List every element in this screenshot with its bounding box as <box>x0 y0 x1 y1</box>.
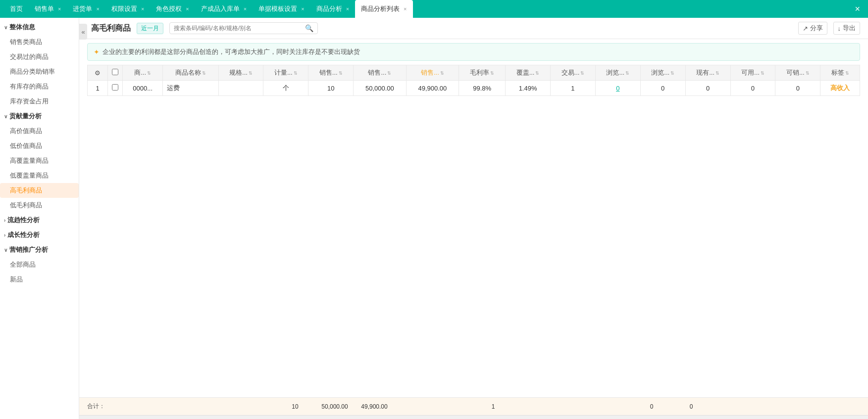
row-coverage: 1.49% <box>506 81 551 96</box>
col-sellable[interactable]: 可销...⇅ <box>775 65 820 81</box>
sidebar-section-marketing[interactable]: ∨ 营销推广分析 <box>0 242 79 257</box>
col-gross-rate[interactable]: 毛利率⇅ <box>459 65 506 81</box>
row-browse1[interactable]: 0 <box>595 81 640 96</box>
search-icon[interactable]: 🔍 <box>305 24 313 32</box>
col-code[interactable]: 商...⇅ <box>123 65 163 81</box>
col-spec[interactable]: 规格...⇅ <box>218 65 263 81</box>
sort-icon: ⇅ <box>761 71 765 76</box>
sort-icon: ⇅ <box>806 71 810 76</box>
sort-icon: ⇅ <box>202 71 206 76</box>
row-select-checkbox[interactable] <box>112 84 118 91</box>
chevron-down-icon: ∨ <box>4 114 7 119</box>
col-coverage[interactable]: 覆盖...⇅ <box>506 65 551 81</box>
col-sales-amt[interactable]: 销售...⇅ <box>354 65 407 81</box>
col-trade[interactable]: 交易...⇅ <box>551 65 596 81</box>
sort-icon: ⇅ <box>845 71 849 76</box>
row-available: 0 <box>730 81 775 96</box>
row-browse2: 0 <box>640 81 685 96</box>
sort-icon: ⇅ <box>249 71 253 76</box>
close-icon[interactable]: × <box>186 6 189 12</box>
sidebar-item-all-goods[interactable]: 全部商品 <box>0 257 79 272</box>
share-icon: ↗ <box>803 25 808 32</box>
footer-trade: 1 <box>473 403 513 410</box>
filter-period-button[interactable]: 近一月 <box>137 23 163 34</box>
sidebar-section-trend[interactable]: › 流趋性分析 <box>0 213 79 228</box>
window-close-button[interactable]: × <box>851 4 864 14</box>
col-sales-profit[interactable]: 销售...⇅ <box>406 65 459 81</box>
close-icon[interactable]: × <box>301 6 304 12</box>
row-checkbox[interactable] <box>108 81 123 96</box>
sidebar-section-overview[interactable]: ∨ 整体信息 <box>0 20 79 35</box>
sidebar-item-stocked-goods[interactable]: 有库存的商品 <box>0 79 79 94</box>
sidebar-section-growth[interactable]: › 成长性分析 <box>0 228 79 242</box>
close-icon[interactable]: × <box>244 6 247 12</box>
sort-icon: ⇅ <box>535 71 539 76</box>
close-icon[interactable]: × <box>141 6 144 12</box>
table-container: ⚙ 商...⇅ 商品名称⇅ 规格...⇅ 计量...⇅ 销售...⇅ 销售...… <box>79 65 868 397</box>
close-icon[interactable]: × <box>404 6 407 12</box>
footer-sellable: 0 <box>671 403 711 410</box>
footer-totals: 10 50,000.00 49,900.00 1 0 0 <box>117 403 860 410</box>
close-icon[interactable]: × <box>58 6 61 12</box>
chevron-down-icon: ∨ <box>4 25 7 30</box>
row-stock: 0 <box>685 81 730 96</box>
table-row: 1 0000... 运费 个 10 50,000.00 49,900.00 99… <box>88 81 860 96</box>
footer-bar: 合计： 10 50,000.00 49,900.00 1 0 0 <box>79 397 868 415</box>
col-stock[interactable]: 现有...⇅ <box>685 65 730 81</box>
footer-sales-amt: 50,000.00 <box>315 403 355 410</box>
chevron-right-icon: › <box>4 233 5 238</box>
nav-tab-roles[interactable]: 角色授权 × <box>150 0 195 18</box>
chevron-down-icon: ∨ <box>4 247 7 253</box>
col-settings[interactable]: ⚙ <box>88 65 108 81</box>
horizontal-scrollbar[interactable] <box>79 415 868 419</box>
sidebar-item-category-rate[interactable]: 商品分类助销率 <box>0 64 79 79</box>
sidebar-item-traded-goods[interactable]: 交易过的商品 <box>0 49 79 64</box>
nav-tab-inbound[interactable]: 产成品入库单 × <box>195 0 253 18</box>
nav-tab-purchase[interactable]: 进货单 × <box>67 0 105 18</box>
close-icon[interactable]: × <box>96 6 99 12</box>
sort-icon: ⇅ <box>294 71 298 76</box>
export-button[interactable]: ↓ 导出 <box>833 22 861 35</box>
sidebar-item-high-value[interactable]: 高价值商品 <box>0 124 79 139</box>
select-all-checkbox[interactable] <box>112 69 118 75</box>
nav-tab-template[interactable]: 单据模板设置 × <box>253 0 310 18</box>
nav-tab-analysis[interactable]: 商品分析 × <box>310 0 355 18</box>
sidebar-item-high-coverage[interactable]: 高覆盖量商品 <box>0 153 79 168</box>
sort-icon: ⇅ <box>440 71 444 76</box>
sort-icon: ⇅ <box>147 71 151 76</box>
sidebar-item-stock-capital[interactable]: 库存资金占用 <box>0 94 79 109</box>
sidebar-item-low-value[interactable]: 低价值商品 <box>0 139 79 153</box>
col-sales-qty[interactable]: 销售...⇅ <box>308 65 354 81</box>
col-checkbox[interactable] <box>108 65 123 81</box>
row-trade: 1 <box>551 81 596 96</box>
close-icon[interactable]: × <box>346 6 349 12</box>
sidebar-item-high-margin[interactable]: 高毛利商品 <box>0 183 79 198</box>
footer-sales-qty: 10 <box>275 403 315 410</box>
sidebar-item-sales-goods[interactable]: 销售类商品 <box>0 35 79 49</box>
nav-tab-sales[interactable]: 销售单 × <box>29 0 67 18</box>
nav-tab-analysis-list[interactable]: 商品分析列表 × <box>355 0 412 18</box>
col-tag[interactable]: 标签⇅ <box>820 65 860 81</box>
row-num: 1 <box>88 81 108 96</box>
info-text: 企业的主要的利润都是这部分商品创造的，可考虑加大推广，同时关注库存是不要出现缺货 <box>102 47 360 56</box>
sidebar-item-low-margin[interactable]: 低毛利商品 <box>0 198 79 213</box>
col-name[interactable]: 商品名称⇅ <box>163 65 218 81</box>
sidebar-collapse-button[interactable]: « <box>79 24 87 40</box>
nav-tab-permissions[interactable]: 权限设置 × <box>105 0 150 18</box>
chevron-right-icon: › <box>4 218 5 223</box>
row-spec <box>218 81 263 96</box>
row-tag: 高收入 <box>820 81 860 96</box>
col-unit[interactable]: 计量...⇅ <box>263 65 308 81</box>
search-input[interactable] <box>174 25 303 32</box>
nav-tab-home[interactable]: 首页 <box>4 0 29 18</box>
sort-icon: ⇅ <box>339 71 343 76</box>
share-button[interactable]: ↗ 分享 <box>798 22 827 35</box>
sidebar-item-low-coverage[interactable]: 低覆盖量商品 <box>0 168 79 183</box>
col-browse1[interactable]: 浏览...⇅ <box>595 65 640 81</box>
row-sales-qty: 10 <box>308 81 354 96</box>
sidebar-section-contribution[interactable]: ∨ 贡献量分析 <box>0 109 79 124</box>
col-browse2[interactable]: 浏览...⇅ <box>640 65 685 81</box>
col-available[interactable]: 可用...⇅ <box>730 65 775 81</box>
sidebar-item-new-goods[interactable]: 新品 <box>0 272 79 287</box>
sort-icon: ⇅ <box>670 71 674 76</box>
